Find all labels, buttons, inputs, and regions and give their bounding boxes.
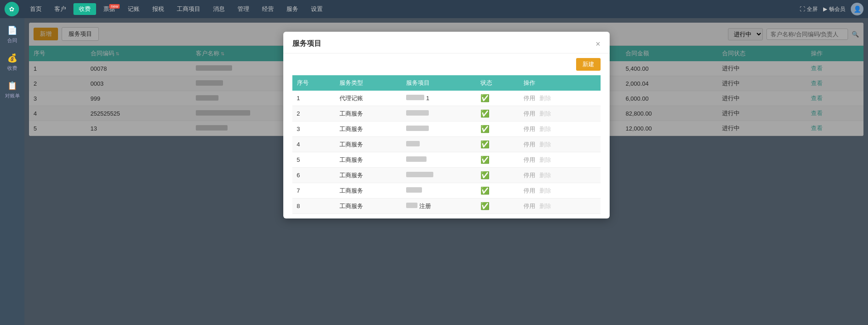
modal-cell-type: 代理记账: [335, 91, 402, 106]
modal-header: 服务项目 ×: [283, 32, 610, 53]
delete-button[interactable]: 删除: [539, 95, 551, 102]
modal-table-row: 8 工商服务 注册 ✅ 停用 删除: [292, 199, 601, 214]
modal-cell-action: 停用 删除: [519, 199, 601, 214]
modal-th-type: 服务类型: [335, 75, 402, 91]
modal-cell-item: [402, 121, 476, 137]
modal-cell-item: [402, 137, 476, 152]
delete-button[interactable]: 删除: [539, 110, 551, 117]
main-content: 新增 服务项目 进行中 已完成 已终止 🔍: [24, 18, 868, 325]
modal-cell-action: 停用 删除: [519, 91, 601, 106]
nav-settings[interactable]: 设置: [305, 3, 328, 15]
modal-cell-seq: 7: [292, 183, 335, 199]
modal-cell-status: ✅: [476, 91, 519, 106]
modal-cell-item: [402, 152, 476, 168]
delete-button[interactable]: 删除: [539, 156, 551, 163]
modal-body: 序号 服务类型 服务项目 状态 操作 1: [283, 75, 610, 218]
vip-button[interactable]: ▶ 畅会员: [823, 5, 845, 13]
delete-button[interactable]: 删除: [539, 187, 551, 194]
modal-cell-action: 停用 删除: [519, 121, 601, 137]
nav-fee[interactable]: 收费: [73, 3, 96, 15]
modal-cell-action: 停用 删除: [519, 137, 601, 152]
left-sidebar: 📄 合同 💰 收费 📋 对账单: [0, 18, 24, 325]
modal-th-item: 服务项目: [402, 75, 476, 91]
modal-cell-action: 停用 删除: [519, 183, 601, 199]
modal-cell-status: ✅: [476, 137, 519, 152]
modal-table-row: 2 工商服务 ✅ 停用 删除: [292, 106, 601, 121]
delete-button[interactable]: 删除: [539, 126, 551, 132]
delete-button[interactable]: 删除: [539, 172, 551, 179]
modal-cell-seq: 3: [292, 121, 335, 137]
sidebar-item-contract[interactable]: 📄 合同: [1, 22, 23, 48]
modal-table-row: 1 代理记账 1 ✅ 停用 删除: [292, 91, 601, 106]
modal-cell-status: ✅: [476, 183, 519, 199]
disable-button[interactable]: 停用: [524, 156, 535, 163]
modal-cell-type: 工商服务: [335, 137, 402, 152]
modal-cell-type: 工商服务: [335, 199, 402, 214]
modal-cell-seq: 4: [292, 137, 335, 152]
delete-button[interactable]: 删除: [539, 141, 551, 148]
nav-home[interactable]: 首页: [24, 3, 47, 15]
new-badge: new: [109, 4, 120, 9]
modal-cell-item: [402, 183, 476, 199]
nav-operation[interactable]: 经营: [257, 3, 279, 15]
disable-button[interactable]: 停用: [524, 95, 535, 102]
vip-icon: ▶: [823, 6, 827, 12]
nav-service[interactable]: 服务: [281, 3, 304, 15]
modal-cell-item: [402, 106, 476, 121]
modal-th-action: 操作: [519, 75, 601, 91]
contract-icon: 📄: [7, 25, 17, 35]
modal-cell-status: ✅: [476, 106, 519, 121]
nav-items: 首页 客户 收费 票据new 记账 报税 工商项目 消息 管理 经营 服务 设置: [24, 3, 800, 15]
modal-cell-type: 工商服务: [335, 121, 402, 137]
delete-button[interactable]: 删除: [539, 203, 551, 209]
modal-table-row: 5 工商服务 ✅ 停用 删除: [292, 152, 601, 168]
modal-th-status: 状态: [476, 75, 519, 91]
service-table: 序号 服务类型 服务项目 状态 操作 1: [292, 75, 601, 214]
sidebar-item-fee[interactable]: 💰 收费: [1, 49, 23, 75]
nav-biz[interactable]: 工商项目: [171, 3, 206, 15]
disable-button[interactable]: 停用: [524, 187, 535, 194]
modal-cell-status: ✅: [476, 152, 519, 168]
modal-cell-seq: 1: [292, 91, 335, 106]
nav-client[interactable]: 客户: [49, 3, 72, 15]
service-modal: 服务项目 × 新建 序号: [283, 32, 610, 218]
modal-new-button[interactable]: 新建: [576, 58, 601, 71]
sidebar-label-contract: 合同: [7, 37, 17, 44]
nav-right: ⛶ 全屏 ▶ 畅会员 👤: [800, 3, 863, 15]
modal-table-row: 7 工商服务 ✅ 停用 删除: [292, 183, 601, 199]
modal-cell-action: 停用 删除: [519, 106, 601, 121]
modal-cell-item: [402, 168, 476, 183]
fullscreen-button[interactable]: ⛶ 全屏: [800, 5, 818, 13]
modal-th-seq: 序号: [292, 75, 335, 91]
disable-button[interactable]: 停用: [524, 110, 535, 117]
nav-manage[interactable]: 管理: [232, 3, 255, 15]
modal-cell-item: 1: [402, 91, 476, 106]
nav-invoice[interactable]: 票据new: [98, 3, 121, 15]
fullscreen-label: 全屏: [807, 5, 818, 13]
modal-overlay: 服务项目 × 新建 序号: [24, 18, 868, 325]
disable-button[interactable]: 停用: [524, 203, 535, 209]
disable-button[interactable]: 停用: [524, 172, 535, 179]
nav-tax[interactable]: 报税: [147, 3, 170, 15]
disable-button[interactable]: 停用: [524, 126, 535, 132]
app-logo: ✿: [5, 2, 19, 16]
modal-table-row: 6 工商服务 ✅ 停用 删除: [292, 168, 601, 183]
sidebar-label-fee: 收费: [7, 65, 17, 72]
modal-cell-type: 工商服务: [335, 183, 402, 199]
modal-cell-action: 停用 删除: [519, 168, 601, 183]
disable-button[interactable]: 停用: [524, 141, 535, 148]
sidebar-item-statement[interactable]: 📋 对账单: [1, 77, 23, 103]
nav-message[interactable]: 消息: [208, 3, 230, 15]
modal-cell-item: 注册: [402, 199, 476, 214]
fee-icon: 💰: [7, 53, 17, 63]
modal-cell-seq: 2: [292, 106, 335, 121]
top-navigation: ✿ 首页 客户 收费 票据new 记账 报税 工商项目 消息 管理 经营 服务 …: [0, 0, 868, 18]
modal-cell-seq: 5: [292, 152, 335, 168]
modal-cell-status: ✅: [476, 168, 519, 183]
modal-close-button[interactable]: ×: [596, 40, 601, 48]
nav-bookkeep[interactable]: 记账: [122, 3, 145, 15]
modal-table-scroll[interactable]: 序号 服务类型 服务项目 状态 操作 1: [292, 75, 601, 214]
statement-icon: 📋: [7, 81, 17, 91]
user-avatar[interactable]: 👤: [851, 3, 863, 15]
vip-label: 畅会员: [829, 5, 845, 13]
